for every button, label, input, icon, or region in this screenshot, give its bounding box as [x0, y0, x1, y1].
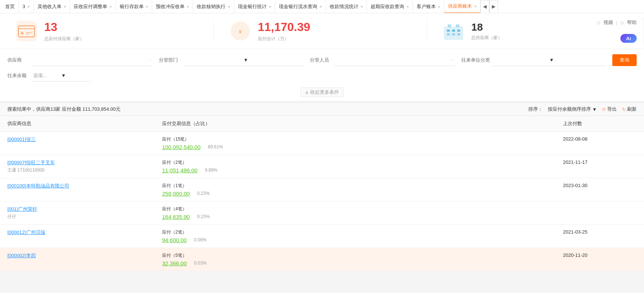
supplier-input[interactable] — [33, 57, 147, 63]
table-row[interactable]: [000100]本特勒油品有限公司 应付（1笔） 258,000.00 0.23… — [0, 178, 644, 201]
top-links: ⊙ 视频 | ⊙ 帮助 — [596, 19, 637, 26]
last-payment-cell: 2021-11-17 — [563, 159, 637, 165]
table-row[interactable]: [001]广州荣轩 仔仔 应付（4笔） 164,635.90 0.15% — [0, 201, 644, 225]
supplier-info-cell: [000002]李四 — [7, 252, 162, 259]
close-icon[interactable]: × — [187, 4, 189, 9]
nav-tab-bank-deposit[interactable]: 银行存款单 × — [116, 0, 152, 13]
summary-section: 13 总应付供应商（家） ¥ 11,170.39 应付合计（万） — [0, 13, 644, 49]
transaction-percent: 0.03% — [194, 261, 207, 266]
balance-select[interactable]: 选项... ▼ — [32, 70, 91, 82]
table-row[interactable]: [000012]广州贝瑞 应付（2笔） 94,600.00 0.08% 2021… — [0, 225, 644, 248]
transaction-amount[interactable]: 32,366.00 — [162, 260, 187, 266]
filter-row-1: 供应商 ··· 分管部门 ▼ 分管人员 ··· 往来单位分类 — [7, 54, 637, 66]
supplier-link[interactable]: [000001]张三 — [7, 136, 162, 143]
table-row[interactable]: [000001]张三 应付（15笔） 100,092,540.00 89.61%… — [0, 132, 644, 155]
supplier-more-icon[interactable]: ··· — [147, 58, 151, 63]
supplier-link[interactable]: [001]广州荣轩 — [7, 206, 162, 213]
close-icon[interactable]: × — [27, 4, 29, 9]
svg-point-4 — [21, 32, 24, 35]
close-icon[interactable]: × — [64, 4, 66, 9]
supplier-contact: 王通 17106110000 — [7, 167, 162, 173]
last-payment-cell: 2022-08-08 — [563, 136, 637, 142]
ai-button-container: Ai — [620, 34, 637, 43]
close-icon[interactable]: × — [474, 4, 476, 8]
transaction-info: 应付（4笔） 164,635.90 0.15% — [162, 206, 563, 220]
summary-info-payable-suppliers: 13 总应付供应商（家） — [44, 20, 199, 42]
refresh-icon: ↻ — [622, 107, 626, 112]
supplier-link[interactable]: [000002]李四 — [7, 252, 162, 259]
nav-tab-other-income[interactable]: 其他收入单 × — [34, 0, 70, 13]
close-icon[interactable]: × — [146, 4, 148, 9]
nav-tab-3[interactable]: 3 × — [19, 0, 34, 13]
table-row[interactable]: [000007]恒旺二手叉车 王通 17106110000 应付（2笔） 11,… — [0, 155, 644, 178]
close-icon[interactable]: × — [109, 4, 112, 9]
collapse-label: 收起更多条件 — [310, 89, 339, 96]
refresh-button[interactable]: ↻ 刷新 — [622, 106, 637, 113]
filter-row-2: 往来余额 选项... ▼ — [7, 70, 118, 82]
collapse-button[interactable]: ∧ 收起更多条件 — [300, 87, 344, 97]
close-icon[interactable]: × — [269, 4, 271, 9]
nav-tab-cash-bank-stat[interactable]: 现金银行统计 × — [234, 0, 275, 13]
header-transaction-info: 应付交易信息（占比） — [162, 120, 563, 127]
chevron-down-icon: ▼ — [244, 57, 302, 63]
divider — [213, 19, 214, 43]
close-icon[interactable]: × — [406, 4, 409, 9]
nav-tab-home[interactable]: 首页 — [1, 0, 19, 13]
nav-tab-overdue-receive[interactable]: 超期应收款查询 × — [367, 0, 413, 13]
svg-rect-15 — [447, 33, 450, 35]
close-icon[interactable]: × — [438, 4, 440, 9]
nav-tab-cash-bank-flow[interactable]: 现金银行流水查询 × — [275, 0, 326, 13]
nav-tab-customer-book[interactable]: 客户账本 × — [413, 0, 444, 13]
person-input-wrapper[interactable]: ··· — [334, 54, 455, 66]
close-icon[interactable]: × — [319, 4, 322, 9]
supplier-table: 供应商信息 应付交易信息（占比） 上次付数 [000001]张三 应付（15笔）… — [0, 116, 644, 271]
supplier-link[interactable]: [000007]恒旺二手叉车 — [7, 159, 162, 166]
transaction-amount[interactable]: 11,051,486.00 — [162, 167, 197, 173]
transaction-percent: 0.15% — [197, 214, 210, 219]
transaction-amount[interactable]: 164,635.90 — [162, 214, 190, 220]
ai-button[interactable]: Ai — [620, 34, 637, 43]
close-icon[interactable]: × — [228, 4, 230, 9]
svg-text:¥: ¥ — [239, 29, 242, 34]
supplier-link[interactable]: [000012]广州贝瑞 — [7, 229, 162, 236]
nav-prev-arrow[interactable]: ◀ — [480, 0, 489, 13]
sort-select[interactable]: 按应付余额倒序排序 ▼ — [548, 106, 597, 113]
nav-tab-supplier-book[interactable]: 供应商账本 × — [444, 0, 480, 13]
query-button[interactable]: 查询 — [612, 54, 637, 66]
transaction-amount[interactable]: 100,092,540.00 — [162, 144, 200, 150]
close-icon[interactable]: × — [361, 4, 363, 9]
category-select[interactable]: ▼ — [492, 54, 607, 66]
filter-dept: 分管部门 ▼ — [159, 54, 304, 66]
export-button[interactable]: ⟳ 导出 — [602, 106, 617, 113]
collapse-icon: ∧ — [305, 90, 309, 95]
nav-tab-receipt-stat[interactable]: 收款情况统计 × — [326, 0, 367, 13]
person-more-icon[interactable]: ··· — [450, 58, 454, 63]
supplier-label: 供应商 — [7, 57, 29, 63]
nav-tab-advance-receive[interactable]: 预收冲应收单 × — [152, 0, 193, 13]
supplier-contact: 仔仔 — [7, 214, 162, 220]
svg-rect-1 — [16, 21, 37, 41]
table-row[interactable]: [000002]李四 应付（5笔） 32,366.00 0.03% 2020-1… — [0, 248, 644, 271]
transaction-amount[interactable]: 94,600.00 — [162, 237, 187, 243]
nav-next-arrow[interactable]: ▶ — [489, 0, 498, 13]
supplier-info-cell: [000007]恒旺二手叉车 王通 17106110000 — [7, 159, 162, 173]
nav-tab-adjust[interactable]: 应收应付调整单 × — [70, 0, 116, 13]
transaction-info: 应付（5笔） 32,366.00 0.03% — [162, 252, 563, 266]
transaction-label: 应付（2笔） — [162, 229, 563, 235]
transaction-info: 应付（2笔） 94,600.00 0.08% — [162, 229, 563, 243]
supplier-input-wrapper[interactable]: ··· — [32, 54, 153, 66]
help-link[interactable]: 帮助 — [627, 19, 637, 26]
dept-select[interactable]: ▼ — [183, 54, 304, 66]
person-input[interactable] — [336, 57, 450, 63]
svg-rect-17 — [457, 33, 460, 35]
video-link[interactable]: 视频 — [603, 19, 613, 26]
balance-label: 往来余额 — [7, 72, 29, 79]
transaction-label: 应付（15笔） — [162, 136, 563, 142]
nav-tab-receipt-verify[interactable]: 收款核销执行 × — [193, 0, 234, 13]
filter-person: 分管人员 ··· — [310, 54, 455, 66]
filter-supplier: 供应商 ··· — [7, 54, 153, 66]
transaction-label: 应付（2笔） — [162, 159, 563, 166]
transaction-amount[interactable]: 258,000.00 — [162, 190, 190, 197]
supplier-link[interactable]: [000100]本特勒油品有限公司 — [7, 183, 162, 189]
sort-label: 排序： — [528, 106, 543, 113]
